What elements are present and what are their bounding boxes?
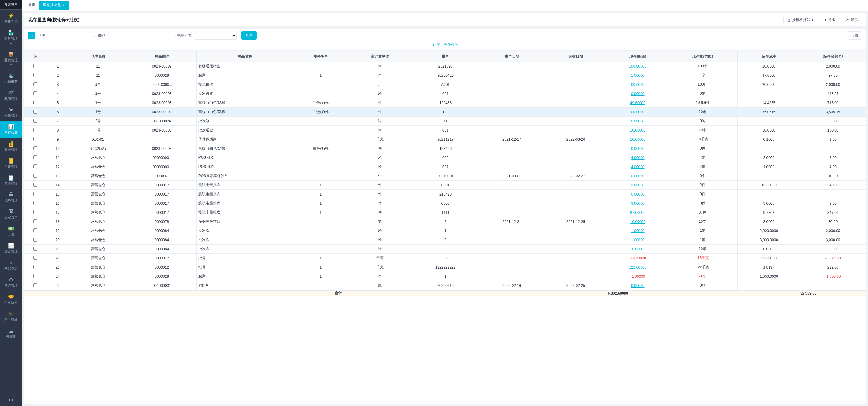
sidebar-item-xinshou[interactable]: 🎓 新手引导: [0, 308, 22, 325]
cell-stock-danger: 0瓶: [668, 281, 738, 291]
table-wrapper[interactable]: ☉ 仓库名称 商品编码 商品名称 规格型号 主计量单位 批号 生产日期 失效日期…: [24, 52, 866, 404]
sidebar-item-dianshang[interactable]: 🛒 电商管理: [0, 87, 22, 104]
cell-check[interactable]: [24, 254, 46, 263]
sidebar-item-jingying[interactable]: 📈 经营管理: [0, 240, 22, 257]
cell-check[interactable]: [24, 199, 46, 208]
cell-check[interactable]: [24, 272, 46, 281]
query-btn[interactable]: 查询: [242, 31, 257, 40]
cell-check[interactable]: [24, 244, 46, 254]
cell-stock-main[interactable]: 100.00000: [608, 62, 668, 71]
cell-stock-main[interactable]: 0.00000: [608, 89, 668, 98]
sidebar-item-caigou[interactable]: 🛍 采购管理: [0, 104, 22, 121]
cell-stock-main[interactable]: 1.00000: [608, 71, 668, 80]
cell-check[interactable]: [24, 162, 46, 171]
header-actions: 🖨 按模板打印 ▾ ⬆ 导出 👁 显示: [783, 16, 862, 24]
cell-stock-main[interactable]: -1.00000: [608, 272, 668, 281]
cell-check[interactable]: [24, 98, 46, 107]
cell-stock-main[interactable]: 0.00000: [608, 144, 668, 153]
cell-stock-main[interactable]: 0.00000: [608, 171, 668, 181]
cell-check[interactable]: [24, 226, 46, 235]
cell-check[interactable]: [24, 171, 46, 181]
sidebar-item-gongzi[interactable]: 💵 工资: [0, 223, 22, 240]
sidebar-item-fapiao[interactable]: 🧾 发票管理: [0, 172, 22, 189]
cell-stock-main[interactable]: 3.00000: [608, 199, 668, 208]
tab-close-icon[interactable]: ✕: [63, 3, 66, 7]
cell-check[interactable]: [24, 71, 46, 80]
cell-stock-main[interactable]: 10.00000: [608, 244, 668, 254]
sidebar-item-kuaijie[interactable]: ⚡ 快捷导航: [0, 10, 22, 27]
sidebar-item-pifa[interactable]: 📦 批发管理 ▾: [0, 48, 22, 70]
cell-no: 10: [46, 144, 69, 153]
cell-check[interactable]: [24, 208, 46, 217]
cell-stock-main[interactable]: 122.00000: [608, 263, 668, 272]
cell-expire-date: 2022-02-25: [544, 281, 608, 291]
cell-check[interactable]: [24, 117, 46, 126]
cell-spec: [293, 126, 348, 135]
table-row: 18 营营仓仓 0000078 多头黑色软线 支 2 2021-12-21 20…: [24, 217, 866, 226]
cell-check[interactable]: [24, 135, 46, 144]
filter-nav-btn[interactable]: »: [28, 32, 35, 39]
expand-conditions-btn[interactable]: ▼ 展开更多条件: [432, 42, 459, 47]
cell-stock-main[interactable]: 49.60000: [608, 98, 668, 107]
sidebar-item-lingshou[interactable]: 🏪 零售管理 ▾: [0, 27, 22, 48]
cell-check[interactable]: [24, 126, 46, 135]
cell-no: 25: [46, 281, 69, 291]
cell-unit: 支: [348, 217, 411, 226]
cell-stock-main[interactable]: 10.00000: [608, 135, 668, 144]
cell-check[interactable]: [24, 217, 46, 226]
sidebar-item-shuiwu[interactable]: 🏛 税务管理: [0, 189, 22, 206]
sidebar-item-kucun[interactable]: 📊 库存核算: [0, 121, 22, 138]
sidebar-logo[interactable]: 搜索菜单: [0, 0, 22, 10]
cell-stock-main[interactable]: 0.00000: [608, 190, 668, 199]
sidebar-item-zijin[interactable]: 💰 资金管理: [0, 138, 22, 155]
cell-check[interactable]: [24, 190, 46, 199]
sidebar-item-xiaojing[interactable]: 🐳 小鲸电商: [0, 70, 22, 87]
product-input[interactable]: [108, 32, 169, 39]
cell-check[interactable]: [24, 153, 46, 162]
cell-check[interactable]: [24, 263, 46, 272]
category-select[interactable]: [194, 32, 237, 40]
cell-stock-main[interactable]: 0.00000: [608, 281, 668, 291]
cell-cost: 10.0000: [738, 126, 800, 135]
cell-stock-main[interactable]: 10.00000: [608, 217, 668, 226]
cell-stock-main[interactable]: 4.00000: [608, 153, 668, 162]
cell-stock-main[interactable]: 10.00000: [608, 126, 668, 135]
cell-stock-main[interactable]: 1.00000: [608, 235, 668, 244]
cell-stock-main[interactable]: -16.00000: [608, 254, 668, 263]
settings-btn[interactable]: 设置: [848, 31, 862, 40]
sidebar-item-xitong[interactable]: ⚙ 系统管理: [0, 274, 22, 291]
cell-code: 0000084: [127, 235, 196, 244]
cell-check[interactable]: [24, 62, 46, 71]
cell-check[interactable]: [24, 80, 46, 89]
cell-produce-date: [480, 62, 544, 71]
cell-batch: 210423: [411, 190, 480, 199]
tab-home[interactable]: 首页: [24, 1, 39, 10]
cell-check[interactable]: [24, 144, 46, 153]
sidebar-item-gudingzichan[interactable]: 🏗 固定资产: [0, 206, 22, 223]
cell-check[interactable]: [24, 89, 46, 98]
cell-stock-main[interactable]: 100.00000: [608, 80, 668, 89]
cell-check[interactable]: [24, 107, 46, 117]
tab-inventory-batch[interactable]: 库存批次盘 ✕: [39, 1, 69, 10]
cell-stock-main[interactable]: 1.00000: [608, 226, 668, 235]
sidebar-item-qiye[interactable]: 🤝 企业协同: [0, 291, 22, 308]
cell-spec: 1: [293, 254, 348, 263]
cell-check[interactable]: [24, 181, 46, 190]
display-btn[interactable]: 👁 显示: [842, 16, 862, 24]
print-btn[interactable]: 🖨 按模板打印 ▾: [783, 16, 817, 24]
cell-stock-main[interactable]: 4.00000: [608, 162, 668, 171]
sidebar-settings-btn[interactable]: ⚙: [0, 394, 22, 406]
cell-check[interactable]: [24, 235, 46, 244]
export-btn[interactable]: ⬆ 导出: [820, 16, 839, 24]
warehouse-input[interactable]: [48, 32, 90, 39]
cell-unit: 千克: [348, 263, 411, 272]
cell-check[interactable]: [24, 281, 46, 291]
cell-stock-main[interactable]: 100.00000: [608, 107, 668, 117]
cell-stock-main[interactable]: 87.00000: [608, 208, 668, 217]
sidebar-item-yunyingyong[interactable]: ☁ 云应用: [0, 325, 22, 342]
cell-stock-main[interactable]: 2.00000: [608, 181, 668, 190]
cell-stock-main[interactable]: 0.00000: [608, 117, 668, 126]
sidebar-item-jichuxxinxi[interactable]: ℹ 基础信息: [0, 257, 22, 274]
cell-warehouse: 2号: [69, 126, 127, 135]
sidebar-item-zongzhang[interactable]: 📒 总账管理: [0, 155, 22, 172]
